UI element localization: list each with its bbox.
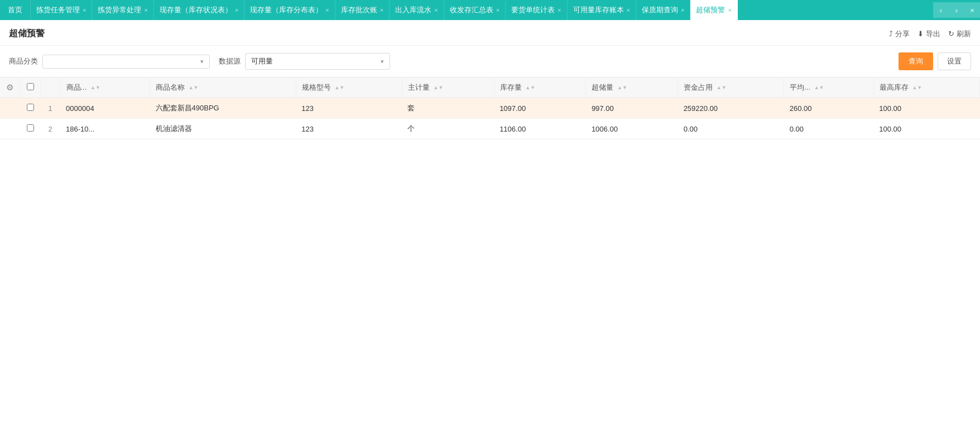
page-content: 超储预警 ⤴ 分享 ⬇ 导出 ↻ 刷新 商品分类 ▾ 数据源 [0, 20, 980, 446]
row-spec: 123 [296, 119, 402, 139]
close-icon[interactable]: × [728, 7, 731, 13]
row-product-code: 0000004 [60, 98, 150, 119]
tab-batch[interactable]: 库存批次账 × [335, 0, 390, 20]
th-max-stock[interactable]: 最高库存 ▲▼ [873, 77, 979, 98]
table-row[interactable]: 1 0000004 六配套新昌490BPG 123 套 1097.00 997.… [0, 98, 980, 119]
close-icon[interactable]: × [144, 7, 147, 13]
th-product-name[interactable]: 商品名称 ▲▼ [150, 77, 296, 98]
close-icon[interactable]: × [627, 7, 630, 13]
close-icon[interactable]: × [380, 7, 383, 13]
tab-inventory-status[interactable]: 现存量（库存状况表） × [154, 0, 244, 20]
datasource-label: 数据源 [219, 56, 241, 66]
sort-icon: ▲▼ [189, 85, 199, 90]
datasource-filter: 数据源 可用量 ▾ [219, 53, 390, 70]
th-stock[interactable]: 库存量 ▲▼ [494, 77, 586, 98]
tab-available-ledger[interactable]: 可用量库存账本 × [568, 0, 636, 20]
row-checkbox[interactable] [27, 124, 34, 132]
sort-icon: ▲▼ [717, 85, 727, 90]
tab-inventory-dist[interactable]: 现存量（库存分布表） × [244, 0, 335, 20]
table-row[interactable]: 2 186-10... 机油滤清器 123 个 1106.00 1006.00 … [0, 119, 980, 139]
row-gear-cell [0, 98, 20, 119]
th-spec[interactable]: 规格型号 ▲▼ [296, 77, 402, 98]
th-product-code[interactable]: 商品... ▲▼ [60, 77, 150, 98]
tab-quality-check[interactable]: 保质期查询 × [636, 0, 690, 20]
share-button[interactable]: ⤴ 分享 [889, 29, 910, 39]
row-capital-used: 259220.00 [678, 98, 784, 119]
nav-arrows: ‹ › × [933, 2, 980, 18]
th-checkbox[interactable] [20, 77, 40, 98]
row-spec: 123 [296, 98, 402, 119]
sort-icon: ▲▼ [90, 85, 100, 90]
refresh-button[interactable]: ↻ 刷新 [948, 29, 971, 39]
row-index: 2 [40, 119, 60, 139]
tab-task-mgmt[interactable]: 拣货任务管理 × [31, 0, 92, 20]
th-overstock[interactable]: 超储量 ▲▼ [586, 77, 678, 98]
filter-bar: 商品分类 ▾ 数据源 可用量 ▾ 查询 设置 [0, 46, 980, 77]
query-button[interactable]: 查询 [899, 52, 933, 70]
row-gear-cell [0, 119, 20, 139]
nav-more-button[interactable]: × [964, 2, 980, 18]
category-label: 商品分类 [9, 56, 38, 66]
close-icon[interactable]: × [681, 7, 684, 13]
sort-icon: ▲▼ [912, 85, 922, 90]
sort-icon: ▲▼ [334, 85, 344, 90]
row-product-name: 机油滤清器 [150, 119, 296, 139]
refresh-icon: ↻ [948, 30, 954, 38]
th-avg[interactable]: 平均... ▲▼ [784, 77, 874, 98]
table-header: ⚙ 商品... ▲▼ 商品名称 ▲▼ 规格型号 [0, 77, 980, 98]
th-index [40, 77, 60, 98]
sort-icon: ▲▼ [814, 85, 824, 90]
row-unit: 套 [402, 98, 494, 119]
sort-icon: ▲▼ [617, 85, 627, 90]
nav-prev-button[interactable]: ‹ [933, 2, 949, 18]
chevron-down-icon: ▾ [200, 58, 204, 65]
tab-abnormal[interactable]: 拣货异常处理 × [92, 0, 153, 20]
sort-icon: ▲▼ [434, 85, 444, 90]
datasource-select-value: 可用量 [251, 56, 273, 66]
close-icon[interactable]: × [325, 7, 329, 13]
nav-next-button[interactable]: › [949, 2, 964, 18]
th-unit[interactable]: 主计量 ▲▼ [402, 77, 494, 98]
export-icon: ⬇ [917, 30, 924, 38]
tab-home[interactable]: 首页 [0, 0, 31, 20]
close-icon[interactable]: × [83, 7, 86, 13]
tab-overstock-warning[interactable]: 超储预警 × [690, 0, 737, 20]
table-body: 1 0000004 六配套新昌490BPG 123 套 1097.00 997.… [0, 98, 980, 139]
gear-icon[interactable]: ⚙ [6, 83, 13, 92]
datasource-select[interactable]: 可用量 ▾ [245, 53, 390, 70]
row-max-stock: 100.00 [873, 98, 979, 119]
row-stock: 1106.00 [494, 119, 586, 139]
share-icon: ⤴ [889, 30, 893, 38]
row-checkbox-cell[interactable] [20, 98, 40, 119]
row-checkbox-cell[interactable] [20, 119, 40, 139]
chevron-down-icon: ▾ [381, 58, 384, 65]
tab-collect[interactable]: 收发存汇总表 × [444, 0, 506, 20]
export-button[interactable]: ⬇ 导出 [917, 29, 940, 39]
settings-button[interactable]: 设置 [938, 52, 971, 70]
sort-icon: ▲▼ [525, 85, 535, 90]
row-overstock: 997.00 [586, 98, 678, 119]
row-capital-used: 0.00 [678, 119, 784, 139]
category-select[interactable]: ▾ [42, 55, 210, 69]
action-buttons: 查询 设置 [899, 52, 971, 70]
th-gear[interactable]: ⚙ [0, 77, 20, 98]
tab-order-stats[interactable]: 要货单统计表 × [506, 0, 567, 20]
row-unit: 个 [402, 119, 494, 139]
row-product-name: 六配套新昌490BPG [150, 98, 296, 119]
th-capital-used[interactable]: 资金占用 ▲▼ [678, 77, 784, 98]
row-index: 1 [40, 98, 60, 119]
select-all-checkbox[interactable] [27, 83, 34, 90]
row-max-stock: 100.00 [873, 119, 979, 139]
close-icon[interactable]: × [434, 7, 438, 13]
overstock-table: ⚙ 商品... ▲▼ 商品名称 ▲▼ 规格型号 [0, 77, 980, 139]
row-avg: 260.00 [784, 98, 874, 119]
close-icon[interactable]: × [496, 7, 499, 13]
table-container: ⚙ 商品... ▲▼ 商品名称 ▲▼ 规格型号 [0, 77, 980, 139]
page-title: 超储预警 [9, 28, 45, 40]
row-checkbox[interactable] [27, 104, 34, 111]
row-avg: 0.00 [784, 119, 874, 139]
close-icon[interactable]: × [558, 7, 561, 13]
top-navigation: 首页 拣货任务管理 × 拣货异常处理 × 现存量（库存状况表） × 现存量（库存… [0, 0, 980, 20]
close-icon[interactable]: × [235, 7, 238, 13]
tab-inout-flow[interactable]: 出入库流水 × [390, 0, 444, 20]
